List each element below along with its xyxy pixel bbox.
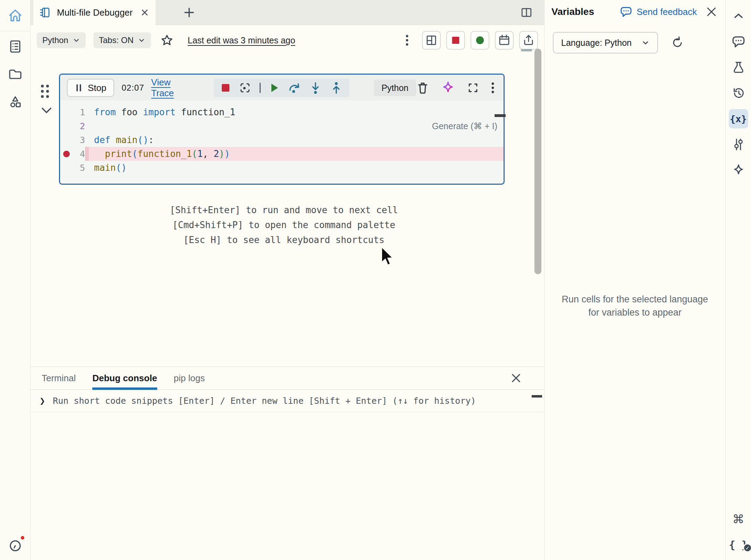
right-sidebar: {x} ⌘ { }✓ xyxy=(725,0,751,560)
debug-stop-button[interactable] xyxy=(221,83,230,93)
cell-collapse-button[interactable] xyxy=(40,106,53,115)
ai-assist-button[interactable] xyxy=(441,81,455,95)
code-line[interactable]: 5main() xyxy=(60,161,504,175)
generate-ai-hint[interactable]: Generate (⌘ + I) xyxy=(432,121,497,131)
continue-run-button[interactable] xyxy=(269,82,279,93)
schedule-calendar-icon xyxy=(498,34,511,47)
cell-more-button[interactable] xyxy=(491,82,495,94)
step-into-button[interactable] xyxy=(309,81,322,94)
favorite-button[interactable] xyxy=(161,34,173,47)
feedback-bubble-icon xyxy=(619,6,633,18)
send-feedback-label: Send feedback xyxy=(637,7,697,17)
experiments-button[interactable] xyxy=(729,58,748,77)
view-trace-link[interactable]: View Trace xyxy=(151,77,181,99)
left-sidebar xyxy=(0,0,31,560)
tab-title: Multi-file Debugger xyxy=(57,7,133,18)
fullscreen-button[interactable] xyxy=(467,82,479,94)
code-line-content[interactable]: Generate (⌘ + I) xyxy=(85,119,504,133)
code-line[interactable]: 4 print(function_1(1, 2)) xyxy=(60,147,504,161)
code-cell: Stop 02:07 View Trace xyxy=(59,74,505,185)
tab-close-button[interactable] xyxy=(140,8,149,17)
activity-button[interactable] xyxy=(6,536,24,554)
continue-play-icon xyxy=(269,82,279,93)
bottom-tab-pip-logs[interactable]: pip logs xyxy=(174,367,205,390)
bottom-tab-debug-console[interactable]: Debug console xyxy=(92,367,157,390)
cell-outline-marker xyxy=(521,49,532,51)
notebook-canvas: Stop 02:07 View Trace xyxy=(31,56,544,367)
stop-label: Stop xyxy=(88,83,107,93)
code-line[interactable]: 2Generate (⌘ + I) xyxy=(60,119,504,133)
more-options-button[interactable] xyxy=(402,32,412,48)
focus-current-line-button[interactable] xyxy=(239,82,251,94)
sidebar-item-blocks[interactable] xyxy=(6,93,24,111)
tab-multi-file-debugger[interactable]: Multi-file Debugger xyxy=(33,0,155,25)
new-tab-button[interactable] xyxy=(183,7,195,18)
settings-sliders-button[interactable] xyxy=(729,135,748,154)
variables-rail-button[interactable]: {x} xyxy=(729,109,748,128)
tabs-toggle-dropdown[interactable]: Tabs: ON xyxy=(93,32,151,48)
variables-language-row: Language: Python xyxy=(545,18,725,53)
variables-language-dropdown[interactable]: Language: Python xyxy=(553,32,658,53)
breakpoint-gutter[interactable] xyxy=(60,151,73,157)
line-number: 3 xyxy=(73,135,85,145)
breakpoint-line-highlight[interactable]: print(function_1(1, 2)) xyxy=(85,147,504,161)
app-window: Multi-file Debugger Pyt xyxy=(0,0,751,560)
chevron-down-icon xyxy=(641,39,650,47)
console-placeholder: Run short code snippets [Enter] / Enter … xyxy=(53,396,476,406)
code-text: from foo import function_1 xyxy=(94,107,235,117)
sidebar-item-outline[interactable] xyxy=(6,37,24,56)
code-snippets-button[interactable]: { }✓ xyxy=(729,535,748,554)
stop-square-icon xyxy=(221,83,230,93)
keyboard-hint: [Cmd+Shift+P] to open the command palett… xyxy=(31,218,537,233)
delete-cell-button[interactable] xyxy=(416,81,429,95)
last-edit-link[interactable]: Last edit was 3 minutes ago xyxy=(188,35,295,45)
schedule-button[interactable] xyxy=(495,31,514,50)
split-view-button[interactable] xyxy=(521,7,532,18)
sidebar-item-files[interactable] xyxy=(6,65,24,83)
variables-header: Variables Send feedback xyxy=(545,0,725,18)
machine-status-button[interactable] xyxy=(471,31,489,50)
ai-rail-button[interactable] xyxy=(729,160,748,180)
language-dropdown[interactable]: Python xyxy=(37,32,86,48)
refresh-variables-button[interactable] xyxy=(670,36,684,50)
stop-machine-button[interactable] xyxy=(446,31,465,50)
line-number: 2 xyxy=(73,121,85,131)
step-over-icon xyxy=(288,82,301,94)
stop-debug-button[interactable]: Stop xyxy=(67,79,114,97)
fullscreen-icon xyxy=(467,82,479,94)
home-button[interactable] xyxy=(6,7,24,25)
history-clock-icon xyxy=(731,86,746,100)
code-line[interactable]: 1from foo import function_1 xyxy=(60,105,504,119)
notification-dot xyxy=(20,535,25,541)
collapse-panel-button[interactable] xyxy=(729,6,748,26)
code-check-icon: { }✓ xyxy=(729,539,748,551)
share-icon xyxy=(522,34,535,47)
variables-panel: Variables Send feedback Language: Python xyxy=(544,0,725,560)
step-out-button[interactable] xyxy=(330,81,343,94)
comments-button[interactable] xyxy=(729,32,748,51)
code-line-content[interactable]: from foo import function_1 xyxy=(85,105,504,119)
step-over-button[interactable] xyxy=(288,82,301,94)
cell-language-badge[interactable]: Python xyxy=(374,80,416,96)
language-dropdown-label: Python xyxy=(42,35,68,45)
bottom-tab-terminal[interactable]: Terminal xyxy=(42,367,76,390)
layout-button[interactable] xyxy=(422,31,441,50)
send-feedback-link[interactable]: Send feedback xyxy=(619,6,697,18)
variables-close-button[interactable] xyxy=(705,6,718,18)
command-palette-button[interactable]: ⌘ xyxy=(729,509,748,529)
code-line[interactable]: 3def main(): xyxy=(60,133,504,147)
code-editor[interactable]: 1from foo import function_12Generate (⌘ … xyxy=(60,101,504,184)
code-line-content[interactable]: def main(): xyxy=(85,133,504,147)
pause-icon xyxy=(75,83,83,93)
history-button[interactable] xyxy=(729,83,748,103)
debug-console-input[interactable]: ❯ Run short code snippets [Enter] / Ente… xyxy=(31,390,544,412)
breakpoint-dot[interactable] xyxy=(63,151,70,157)
home-icon xyxy=(7,8,23,24)
cell-scroll-indicator xyxy=(495,114,506,117)
vertical-scrollbar[interactable] xyxy=(534,49,541,274)
bottom-panel-close-button[interactable] xyxy=(509,371,523,385)
cell-drag-handle[interactable] xyxy=(41,85,49,98)
kebab-menu-icon xyxy=(405,34,409,46)
share-button[interactable] xyxy=(519,31,538,50)
code-line-content[interactable]: main() xyxy=(85,161,504,175)
